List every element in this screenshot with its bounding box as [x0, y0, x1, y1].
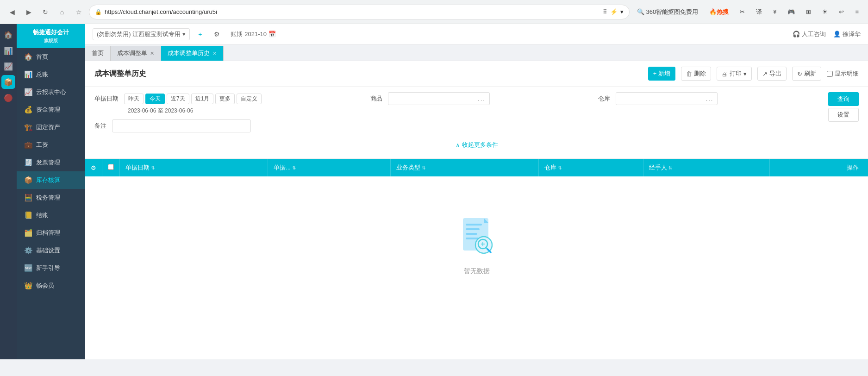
th-type[interactable]: 业务类型 ⇅ [391, 159, 539, 176]
show-detail-checkbox[interactable]: 显示明细 [827, 69, 859, 78]
empty-cell: 暂无数据 [85, 176, 868, 313]
date-btn-yesterday[interactable]: 昨天 [124, 94, 144, 104]
sidebar-item-tax[interactable]: 🧮 税务管理 [17, 189, 85, 207]
scissors-icon[interactable]: ✂ [736, 6, 749, 17]
sidebar-icon-2[interactable]: 📊 [1, 44, 15, 57]
sidebar-label: 发票管理 [36, 158, 60, 167]
home-button[interactable]: ⌂ [56, 6, 69, 19]
th-handler[interactable]: 经手人 ⇅ [643, 159, 769, 176]
tab-cost-adjustment-history[interactable]: 成本调整单历史 ✕ [161, 46, 224, 61]
date-btn-today[interactable]: 今天 [145, 94, 165, 104]
back-button[interactable]: ◀ [6, 6, 19, 19]
refresh-button[interactable]: ↻ 刷新 [792, 67, 821, 81]
sidebar-item-funds[interactable]: 💰 资金管理 [17, 101, 85, 119]
undo-icon[interactable]: ↩ [835, 6, 848, 17]
company-selector[interactable]: (勿删勿禁用) 江西服宝测试专用 ▾ [93, 28, 190, 40]
search-ai-button[interactable]: 🔍 360智能抠图免费用 [633, 6, 702, 18]
sidebar-item-invoice[interactable]: 🧾 发票管理 [17, 154, 85, 171]
tab-home[interactable]: 首页 [85, 46, 111, 61]
user-profile-button[interactable]: 👤 徐泽华 [833, 30, 861, 38]
sidebar-item-general-ledger[interactable]: 📊 总账 [17, 66, 85, 83]
sidebar-item-fixed-assets[interactable]: 🏗️ 固定资产 [17, 119, 85, 136]
translate-button[interactable]: 译 [752, 6, 766, 18]
empty-state: 暂无数据 [85, 176, 868, 313]
svg-rect-3 [466, 233, 477, 235]
tab-close-icon[interactable]: ✕ [150, 50, 154, 56]
warehouse-select[interactable]: ... [616, 92, 718, 105]
date-filter-label: 单据日期 [94, 94, 119, 103]
sidebar-item-payroll[interactable]: 💼 工资 [17, 136, 85, 154]
address-bar[interactable]: 🔒 https://cloud.chanjet.com/accounting/u… [89, 5, 630, 19]
menu-icon[interactable]: ≡ [851, 6, 862, 17]
add-company-button[interactable]: + [194, 28, 206, 41]
th-number[interactable]: 单据... ⇅ [268, 159, 391, 176]
print-button[interactable]: 🖨 打印 ▾ [717, 67, 752, 81]
sidebar-nav: 🏠 首页 📊 总账 📈 云报表中心 💰 资金管理 🏗️ 固定资产 💼 工 [17, 48, 85, 359]
sidebar-item-vip[interactable]: 👑 畅会员 [17, 277, 85, 295]
company-settings-icon[interactable]: ⚙ [210, 28, 223, 41]
sidebar-icon-3[interactable]: 📈 [1, 59, 15, 73]
sidebar-item-inventory[interactable]: 📦 库存核算 [17, 171, 85, 189]
empty-row: 暂无数据 [85, 176, 868, 313]
sort-handler[interactable]: 经手人 ⇅ [649, 163, 672, 172]
wallet-icon[interactable]: ¥ [769, 6, 780, 17]
vip-icon: 👑 [24, 282, 32, 290]
remark-input[interactable] [112, 119, 251, 132]
forward-button[interactable]: ▶ [22, 6, 35, 19]
select-all-checkbox[interactable] [108, 164, 114, 170]
grid-icon[interactable]: ⊞ [802, 6, 815, 17]
consultant-button[interactable]: 🎧 人工咨询 [793, 30, 826, 38]
sort-type[interactable]: 业务类型 ⇅ [396, 163, 425, 172]
th-date[interactable]: 单据日期 ⇅ [120, 159, 268, 176]
sidebar-item-guide[interactable]: 🆕 新手引导 [17, 259, 85, 277]
delete-button[interactable]: 🗑 删除 [681, 67, 711, 81]
goods-filter-label: 商品 [370, 94, 382, 103]
browser-tools: 🔍 360智能抠图免费用 🔥热搜 ✂ 译 ¥ 🎮 ⊞ ☀ ↩ ≡ [633, 6, 862, 18]
sidebar-item-archive[interactable]: 🗂️ 归档管理 [17, 224, 85, 242]
date-btn-7days[interactable]: 近7天 [167, 94, 189, 104]
filter-area: 单据日期 昨天 今天 近7天 近1月 更多 自定义 商品 [85, 87, 868, 159]
brightness-icon[interactable]: ☀ [818, 6, 831, 17]
sidebar-icon-active[interactable]: 📦 [1, 75, 15, 89]
star-button[interactable]: ☆ [72, 6, 85, 19]
sidebar-item-close-period[interactable]: 📒 结账 [17, 207, 85, 224]
hot-search-button[interactable]: 🔥热搜 [706, 6, 732, 18]
filter-settings-button[interactable]: 设置 [828, 108, 859, 122]
tab-cost-adjustment[interactable]: 成本调整单 ✕ [111, 46, 161, 61]
th-warehouse[interactable]: 仓库 ⇅ [539, 159, 643, 176]
sort-number[interactable]: 单据... ⇅ [274, 163, 296, 172]
page-content: 成本调整单历史 + 新增 🗑 删除 🖨 打印 ▾ ↗ 导出 [85, 61, 868, 359]
sidebar-item-settings[interactable]: ⚙️ 基础设置 [17, 242, 85, 259]
date-btn-custom[interactable]: 自定义 [237, 94, 262, 104]
period-value: 2021-10 [244, 31, 267, 38]
sort-date[interactable]: 单据日期 ⇅ [125, 163, 155, 172]
game-icon[interactable]: 🎮 [784, 6, 799, 17]
sidebar-label: 固定资产 [36, 123, 60, 132]
date-btn-more[interactable]: 更多 [215, 94, 235, 104]
warehouse-dots[interactable]: ... [706, 95, 714, 102]
tab-close-icon-history[interactable]: ✕ [212, 50, 217, 56]
new-button[interactable]: + 新增 [648, 67, 675, 81]
th-gear[interactable]: ⚙ [85, 159, 102, 176]
collapse-button[interactable]: ∧ 收起更多条件 [456, 141, 498, 149]
date-range-row: 2023-06-06 至 2023-06-06 [94, 107, 821, 115]
show-detail-input[interactable] [827, 71, 833, 77]
export-button[interactable]: ↗ 导出 [757, 67, 787, 81]
date-btn-1month[interactable]: 近1月 [191, 94, 214, 104]
refresh-button[interactable]: ↻ [39, 6, 52, 19]
inventory-icon: 📦 [24, 176, 32, 184]
filter-buttons: 查询 设置 [828, 92, 859, 122]
sidebar-label: 库存核算 [36, 176, 60, 184]
sidebar-item-home[interactable]: 🏠 首页 [17, 48, 85, 66]
query-button[interactable]: 查询 [828, 92, 859, 106]
th-checkbox[interactable] [102, 159, 120, 176]
sidebar-item-reports[interactable]: 📈 云报表中心 [17, 83, 85, 101]
sidebar-icon-5[interactable]: 🔴 [1, 91, 15, 105]
warehouse-filter-label: 仓库 [598, 94, 610, 103]
filter-row-2: 备注 [94, 119, 821, 132]
goods-dots[interactable]: ... [478, 95, 486, 102]
assets-icon: 🏗️ [24, 123, 32, 132]
sort-warehouse[interactable]: 仓库 ⇅ [544, 163, 562, 172]
goods-select[interactable]: ... [388, 92, 490, 105]
sidebar-icon-1[interactable]: 🏠 [1, 28, 15, 42]
